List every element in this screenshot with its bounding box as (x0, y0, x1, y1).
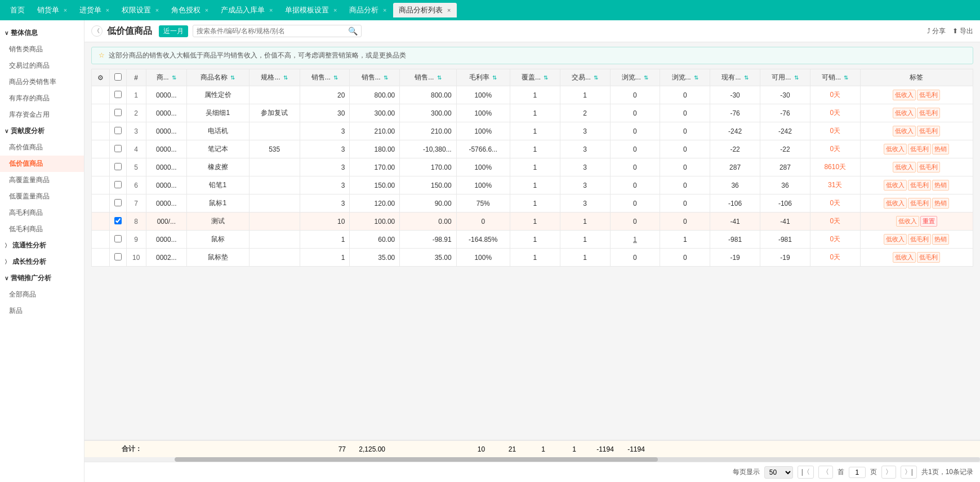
row-check-4[interactable] (109, 158, 126, 176)
row-checkbox-6[interactable] (114, 199, 122, 206)
row-settings-4 (92, 158, 110, 176)
nav-sales[interactable]: 销货单 × (32, 3, 73, 17)
row-qty-6: 3 (300, 194, 350, 213)
th-browse2[interactable]: 浏览... ⇅ (660, 69, 710, 86)
sidebar-item-all[interactable]: 全部商品 (0, 286, 84, 303)
first-page-btn[interactable]: |〈 (798, 466, 814, 479)
row-browse2-6: 0 (660, 194, 710, 213)
row-checkbox-4[interactable] (114, 163, 122, 170)
next-page-btn[interactable]: 〉 (881, 466, 896, 479)
row-num-4: 5 (126, 158, 146, 176)
th-available[interactable]: 可用... ⇅ (760, 69, 810, 86)
sidebar-collapse-btn[interactable]: 《 (91, 25, 103, 37)
tag-低收入-2: 低收入 (893, 126, 916, 136)
th-browse1[interactable]: 浏览... ⇅ (610, 69, 660, 86)
nav-analysis[interactable]: 商品分析 × (344, 3, 392, 17)
row-check-8[interactable] (109, 231, 126, 249)
th-sales-amount[interactable]: 销售... ⇅ (350, 69, 400, 86)
row-check-5[interactable] (109, 176, 126, 194)
nav-permission[interactable]: 权限设置 × (116, 3, 164, 17)
row-checkbox-5[interactable] (114, 181, 122, 188)
row-checkbox-2[interactable] (114, 127, 122, 134)
sidebar-item-new[interactable]: 新品 (0, 303, 84, 319)
row-trade-5: 3 (560, 176, 610, 194)
search-input[interactable] (197, 27, 346, 35)
arrow-growth: 〉 (5, 258, 10, 266)
sidebar-item-high-coverage[interactable]: 高覆盖量商品 (0, 172, 84, 188)
select-all-checkbox[interactable] (114, 73, 122, 81)
row-trade-4: 3 (560, 158, 610, 176)
row-check-2[interactable] (109, 122, 126, 140)
page-size-select[interactable]: 50 10 20 100 (764, 466, 793, 479)
th-sellable[interactable]: 可销... ⇅ (810, 69, 860, 86)
th-name[interactable]: 商品名称 ⇅ (186, 69, 249, 86)
row-check-6[interactable] (109, 194, 126, 213)
row-checkbox-1[interactable] (114, 109, 122, 116)
total-coverage: 10 (466, 445, 497, 453)
row-check-1[interactable] (109, 104, 126, 122)
arrow-marketing: ∨ (5, 275, 8, 281)
row-name-5: 铅笔1 (186, 176, 249, 194)
current-page-input[interactable] (849, 467, 866, 478)
search-box: 🔍 (193, 25, 362, 37)
row-name-3: 笔记本 (186, 140, 249, 158)
sidebar-item-capital[interactable]: 库存资金占用 (0, 107, 84, 123)
nav-home[interactable]: 首页 (5, 3, 30, 17)
row-tags-2: 低收入低毛利 (860, 122, 973, 140)
sidebar-item-high-margin[interactable]: 高毛利商品 (0, 205, 84, 221)
row-coverage-4: 1 (510, 158, 560, 176)
row-browse1-8[interactable]: 1 (610, 231, 660, 249)
sidebar-item-high-value[interactable]: 高价值商品 (0, 139, 84, 156)
row-checkbox-9[interactable] (114, 253, 122, 260)
row-check-7[interactable] (109, 213, 126, 231)
row-checkbox-8[interactable] (114, 235, 122, 242)
row-amount-2: 210.00 (350, 122, 400, 140)
export-button[interactable]: ⬆ 导出 (952, 26, 973, 36)
nav-purchase[interactable]: 进货单 × (74, 3, 115, 17)
th-coverage[interactable]: 覆盖... ⇅ (510, 69, 560, 86)
row-checkbox-0[interactable] (114, 91, 122, 98)
row-check-0[interactable] (109, 86, 126, 104)
th-current-stock[interactable]: 现有... ⇅ (710, 69, 760, 86)
th-gross-margin[interactable]: 毛利率 ⇅ (456, 69, 510, 86)
sidebar-item-stock[interactable]: 有库存的商品 (0, 90, 84, 107)
search-icon[interactable]: 🔍 (348, 26, 358, 36)
nav-analysis-list[interactable]: 商品分析列表 × (393, 3, 456, 17)
sidebar-item-low-margin[interactable]: 低毛利商品 (0, 221, 84, 237)
row-checkbox-7[interactable] (114, 217, 122, 224)
prev-page-btn[interactable]: 〈 (818, 466, 833, 479)
sidebar-item-category-rate[interactable]: 商品分类销售率 (0, 74, 84, 90)
last-page-btn[interactable]: 〉| (901, 466, 917, 479)
sidebar-group-flow[interactable]: 〉流通性分析 (0, 237, 84, 254)
sidebar-group-growth[interactable]: 〉成长性分析 (0, 254, 84, 270)
sidebar-item-traded[interactable]: 交易过的商品 (0, 58, 84, 74)
nav-products[interactable]: 产成品入库单 × (215, 3, 278, 17)
nav-role[interactable]: 角色授权 × (166, 3, 214, 17)
sidebar-group-overview[interactable]: ∨整体信息 (0, 25, 84, 41)
row-spec-4 (249, 158, 300, 176)
nav-template[interactable]: 单据模板设置 × (279, 3, 342, 17)
th-settings[interactable]: ⚙ (92, 69, 110, 86)
row-settings-7 (92, 213, 110, 231)
row-browse2-2: 0 (660, 122, 710, 140)
row-check-9[interactable] (109, 249, 126, 267)
share-button[interactable]: ⤴ 分享 (927, 26, 946, 36)
time-badge[interactable]: 近一月 (159, 25, 188, 37)
row-amount-1: 300.00 (350, 104, 400, 122)
th-trade[interactable]: 交易... ⇅ (560, 69, 610, 86)
sidebar-item-low-coverage[interactable]: 低覆盖量商品 (0, 188, 84, 205)
sidebar-item-low-value[interactable]: 低价值商品 (0, 156, 84, 172)
th-sales-qty[interactable]: 销售... ⇅ (300, 69, 350, 86)
th-code[interactable]: 商... ⇅ (146, 69, 186, 86)
th-spec[interactable]: 规格... ⇅ (249, 69, 300, 86)
row-days-9: 0天 (810, 249, 860, 267)
row-qty-3: 3 (300, 140, 350, 158)
sidebar-group-contribution[interactable]: ∨贡献度分析 (0, 123, 84, 139)
sidebar-item-sales-products[interactable]: 销售类商品 (0, 41, 84, 58)
th-check[interactable] (109, 69, 126, 86)
row-amount-0: 800.00 (350, 86, 400, 104)
sidebar-group-marketing[interactable]: ∨营销推广分析 (0, 270, 84, 286)
th-sales-profit[interactable]: 销售... ⇅ (400, 69, 456, 86)
row-checkbox-3[interactable] (114, 145, 122, 152)
row-check-3[interactable] (109, 140, 126, 158)
